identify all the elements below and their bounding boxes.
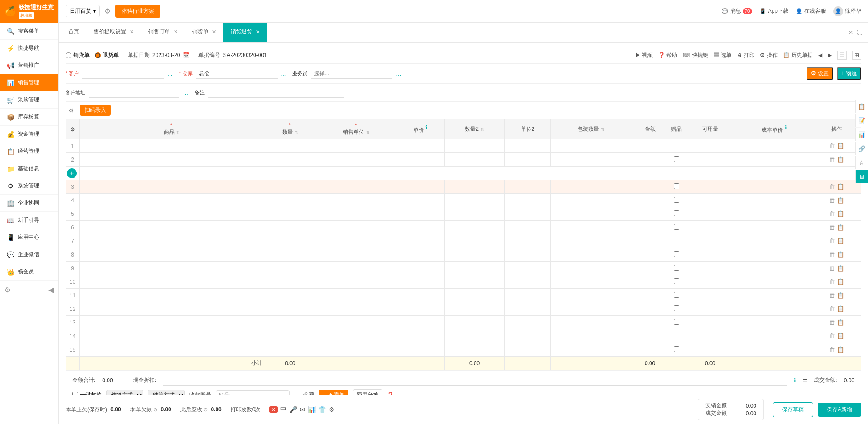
cell-available-8[interactable] xyxy=(684,248,736,262)
cell-qty-13[interactable] xyxy=(264,316,316,329)
sidebar-item-operations[interactable]: 📋经营管理 xyxy=(0,143,58,160)
cell-price-10[interactable] xyxy=(396,275,444,289)
cell-amount-8[interactable] xyxy=(631,248,669,262)
cell-unit-14[interactable] xyxy=(316,329,396,343)
cell-qty-4[interactable] xyxy=(264,194,316,207)
cell-unit-13[interactable] xyxy=(316,316,396,329)
cost-info-icon[interactable]: ℹ xyxy=(785,124,787,131)
cell-available-7[interactable] xyxy=(684,234,736,248)
price-info-icon[interactable]: ℹ xyxy=(425,124,428,131)
user-item[interactable]: 👤 徐泽华 xyxy=(833,6,861,16)
cell-packqty-7[interactable] xyxy=(551,234,631,248)
cell-packqty-10[interactable] xyxy=(551,275,631,289)
cell-gift-4[interactable] xyxy=(669,194,684,207)
cell-product-8[interactable] xyxy=(80,248,264,262)
cell-unit-5[interactable] xyxy=(316,207,396,221)
gift-checkbox-7[interactable] xyxy=(674,238,679,243)
cell-qty-10[interactable] xyxy=(264,275,316,289)
delete-row-icon-8[interactable]: 🗑 xyxy=(829,251,835,258)
copy-row-icon-1[interactable]: 📋 xyxy=(837,143,844,149)
select-doc-btn[interactable]: ☰ 选单 xyxy=(714,52,731,59)
maximize-tab-icon[interactable]: ⛶ xyxy=(857,29,862,36)
task7-icon[interactable]: ⚙ xyxy=(329,406,335,413)
copy-row-icon-7[interactable]: 📋 xyxy=(837,238,844,244)
copy-row-icon-14[interactable]: 📋 xyxy=(837,333,844,339)
cell-price-9[interactable] xyxy=(396,262,444,275)
cell-costprice-14[interactable] xyxy=(736,329,812,343)
delete-row-icon-9[interactable]: 🗑 xyxy=(829,265,835,272)
tab-sales-return[interactable]: 销货退货✕ xyxy=(223,23,267,42)
cell-product-4[interactable] xyxy=(80,194,264,207)
cell-amount-7[interactable] xyxy=(631,234,669,248)
cell-available-15[interactable] xyxy=(684,343,736,357)
cell-packqty-1[interactable] xyxy=(551,139,631,153)
cell-unit2-11[interactable] xyxy=(505,289,551,302)
gift-checkbox-13[interactable] xyxy=(674,319,679,325)
product-input-active[interactable] xyxy=(81,184,262,190)
cell-gift-13[interactable] xyxy=(669,316,684,329)
cell-costprice-6[interactable] xyxy=(736,221,812,234)
cell-packqty-11[interactable] xyxy=(551,289,631,302)
cell-gift-8[interactable] xyxy=(669,248,684,262)
shortcut-btn[interactable]: ⌨ 快捷键 xyxy=(683,52,708,59)
radio-delivery[interactable]: 销货单 xyxy=(66,52,90,59)
cell-amount-1[interactable] xyxy=(631,139,669,153)
cell-costprice-7[interactable] xyxy=(736,234,812,248)
cell-qty2-10[interactable] xyxy=(444,275,505,289)
delete-row-icon-14[interactable]: 🗑 xyxy=(829,333,835,339)
scan-btn[interactable]: 扫码录入 xyxy=(80,105,111,116)
cell-amount-4[interactable] xyxy=(631,194,669,207)
staff-picker-btn[interactable]: ... xyxy=(396,70,401,77)
cell-price-5[interactable] xyxy=(396,207,444,221)
cell-available-2[interactable] xyxy=(684,153,736,167)
cell-costprice-15[interactable] xyxy=(736,343,812,357)
info-icon[interactable]: ℹ xyxy=(794,377,796,384)
cell-costprice-8[interactable] xyxy=(736,248,812,262)
delete-row-icon-1[interactable]: 🗑 xyxy=(829,143,835,149)
radio-return-input[interactable] xyxy=(95,52,101,58)
cell-available-13[interactable] xyxy=(684,316,736,329)
cell-unit-7[interactable] xyxy=(316,234,396,248)
view-grid-icon[interactable]: ⊞ xyxy=(852,51,861,60)
cell-available-1[interactable] xyxy=(684,139,736,153)
cell-gift-5[interactable] xyxy=(669,207,684,221)
cell-qty2-8[interactable] xyxy=(444,248,505,262)
copy-row-icon-3[interactable]: 📋 xyxy=(837,183,844,190)
cell-costprice-13[interactable] xyxy=(736,316,812,329)
split-btn[interactable]: 费用分摊 xyxy=(353,389,382,395)
cell-packqty-5[interactable] xyxy=(551,207,631,221)
sidebar-item-system[interactable]: ⚙系统管理 xyxy=(0,177,58,195)
settings-footer-icon[interactable]: ⚙ xyxy=(5,286,11,294)
cell-costprice-12[interactable] xyxy=(736,302,812,316)
cell-qty-15[interactable] xyxy=(264,343,316,357)
cell-unit2-5[interactable] xyxy=(505,207,551,221)
cell-qty2-5[interactable] xyxy=(444,207,505,221)
cell-unit2-10[interactable] xyxy=(505,275,551,289)
cell-price-1[interactable] xyxy=(396,139,444,153)
address-input[interactable] xyxy=(89,87,179,98)
cell-available-11[interactable] xyxy=(684,289,736,302)
cell-unit2-4[interactable] xyxy=(505,194,551,207)
cell-amount-13[interactable] xyxy=(631,316,669,329)
staff-input[interactable] xyxy=(311,68,392,79)
delete-row-icon-11[interactable]: 🗑 xyxy=(829,292,835,299)
sidebar-item-marketing[interactable]: 📢营销推广 xyxy=(0,57,58,74)
copy-row-icon-4[interactable]: 📋 xyxy=(837,197,844,204)
cell-amount-15[interactable] xyxy=(631,343,669,357)
sidebar-item-inventory[interactable]: 📦库存核算 xyxy=(0,109,58,126)
cell-product-2[interactable] xyxy=(80,153,264,167)
copy-row-icon-6[interactable]: 📋 xyxy=(837,224,844,231)
cell-price-15[interactable] xyxy=(396,343,444,357)
add-row-btn[interactable]: + xyxy=(67,168,77,178)
operation-btn[interactable]: ⚙ 操作 xyxy=(760,52,777,59)
cell-price-3[interactable] xyxy=(396,180,444,194)
cell-costprice-1[interactable] xyxy=(736,139,812,153)
cell-qty-8[interactable] xyxy=(264,248,316,262)
cell-unit-6[interactable] xyxy=(316,221,396,234)
cell-qty-12[interactable] xyxy=(264,302,316,316)
gift-checkbox-10[interactable] xyxy=(674,278,679,284)
rf-btn-5[interactable]: ☆ xyxy=(855,156,868,169)
cell-available-6[interactable] xyxy=(684,221,736,234)
cell-unit2-8[interactable] xyxy=(505,248,551,262)
gift-checkbox-15[interactable] xyxy=(674,346,679,352)
